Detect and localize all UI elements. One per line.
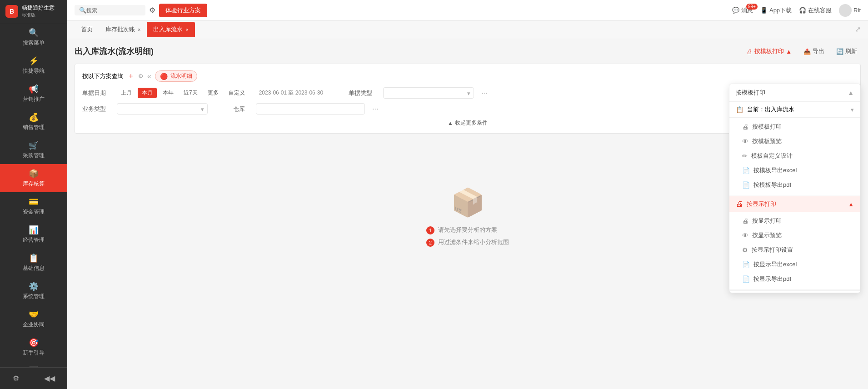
dropdown-current-item[interactable]: 📋 当前：出入库流水 ▾ xyxy=(729,102,860,118)
dropdown-template-print-btn[interactable]: 🖨 按模板打印 xyxy=(729,120,860,134)
sidebar-item-label-finance: 资金管理 xyxy=(23,208,45,216)
dropdown-display-settings-btn[interactable]: ⚙ 按显示打印设置 xyxy=(729,243,860,257)
biz-type-select[interactable] xyxy=(117,103,208,115)
tab-expand-icon[interactable]: ⤢ xyxy=(855,25,861,34)
trial-industry-button[interactable]: 体验行业方案 xyxy=(159,4,207,17)
dropdown-display-preview-btn[interactable]: 👁 按显示预览 xyxy=(729,228,860,243)
chevron-up-icon: ▲ xyxy=(786,48,792,55)
message-icon: 💬 xyxy=(732,7,739,14)
sidebar-item-inventory[interactable]: 📦 库存核算 xyxy=(0,164,67,192)
dropdown-header: 按模板打印 ▲ xyxy=(729,84,860,102)
dropdown-display-section-header[interactable]: 🖨 按显示打印 ▲ xyxy=(729,196,860,212)
empty-state-icon: 📦 xyxy=(451,186,485,219)
warehouse-more-btn[interactable]: ··· xyxy=(372,105,378,113)
sidebar-item-system[interactable]: ⚙️ 系统管理 xyxy=(0,277,67,305)
filter-chip[interactable]: 🔴 流水明细 xyxy=(155,70,197,82)
excel-icon: 📄 xyxy=(742,167,750,174)
sidebar-item-purchase[interactable]: 🛒 采购管理 xyxy=(0,136,67,164)
date-btn-week[interactable]: 近7天 xyxy=(180,88,202,98)
filter-setting-btn[interactable]: ⚙ xyxy=(138,73,144,80)
sidebar-item-label-purchase: 采购管理 xyxy=(23,152,45,160)
sidebar-collapse-btn[interactable]: ◀◀ xyxy=(40,372,59,384)
tab-label-home: 首页 xyxy=(81,25,93,34)
sidebar-settings-btn[interactable]: ⚙ xyxy=(9,372,23,384)
basics-icon: 📋 xyxy=(29,253,39,263)
refresh-action-btn[interactable]: 🔄 刷新 xyxy=(833,45,861,57)
dropdown-template-preview-btn[interactable]: 👁 按模板预览 xyxy=(729,134,860,149)
topbar-right-section: 💬 消息 99+ 📱 App下载 🎧 在线客服 Rit xyxy=(732,4,861,17)
dropdown-display-print-btn[interactable]: 🖨 按显示打印 xyxy=(729,214,860,228)
date-btn-more[interactable]: 更多 xyxy=(204,88,223,98)
empty-steps-list: 1 请先选择要分析的方案 2 用过滤条件来缩小分析范围 xyxy=(426,226,509,250)
app-logo-icon: B xyxy=(5,5,18,18)
warehouse-input[interactable] xyxy=(256,103,365,115)
dropdown-template-pdf-btn[interactable]: 📄 按模板导出pdf xyxy=(729,178,860,192)
quicknav-icon: ⚡ xyxy=(29,56,39,66)
warehouse-label: 仓库 xyxy=(233,105,245,113)
date-btn-year[interactable]: 本年 xyxy=(159,88,178,98)
sidebar-item-operations[interactable]: 📊 经营管理 xyxy=(0,220,67,249)
dropdown-current-arrow: ▾ xyxy=(851,106,854,113)
date-btn-custom[interactable]: 自定义 xyxy=(224,88,249,98)
search-icon: 🔍 xyxy=(29,28,39,38)
sidebar-item-basics[interactable]: 📋 基础信息 xyxy=(0,249,67,277)
display-pdf-icon: 📄 xyxy=(742,275,750,283)
doc-type-label: 单据类型 xyxy=(349,89,372,97)
biz-type-select-wrap xyxy=(117,103,208,115)
sidebar-item-label-marketing: 营销推广 xyxy=(23,95,45,103)
display-preview-icon: 👁 xyxy=(742,232,748,239)
date-btn-prev[interactable]: 上月 xyxy=(117,88,136,98)
topbar-app-download-btn[interactable]: 📱 App下载 xyxy=(760,6,792,15)
doc-type-more-btn[interactable]: ··· xyxy=(481,89,487,97)
dropdown-display-pdf-btn[interactable]: 📄 按显示导出pdf xyxy=(729,272,860,286)
export-action-btn[interactable]: 📤 导出 xyxy=(800,45,828,57)
search-input[interactable] xyxy=(86,7,141,14)
dropdown-set-default-btn[interactable]: ⚙ 设置默认功能 ▾ xyxy=(729,290,860,293)
doc-type-select[interactable] xyxy=(383,87,474,99)
sidebar-item-search[interactable]: 🔍 搜索菜单 xyxy=(0,23,67,51)
sidebar-item-label-basics: 基础信息 xyxy=(23,264,45,272)
filter-add-btn[interactable]: ＋ xyxy=(127,71,135,81)
tab-batch[interactable]: 库存批次账× xyxy=(99,22,147,37)
preview-icon: 👁 xyxy=(742,138,748,145)
dropdown-template-excel-btn[interactable]: 📄 按模板导出excel xyxy=(729,163,860,178)
doc-type-select-wrap xyxy=(383,87,474,99)
newbie-icon: 🎯 xyxy=(29,338,39,348)
sidebar-item-corp[interactable]: 🤝 企业协同 xyxy=(0,305,67,333)
topbar-search-box[interactable]: 🔍 xyxy=(75,5,145,15)
filter-collapse-left-btn[interactable]: « xyxy=(147,72,151,80)
dropdown-template-custom-btn[interactable]: ✏ 模板自定义设计 xyxy=(729,149,860,163)
topbar-online-service-btn[interactable]: 🎧 在线客服 xyxy=(799,6,832,15)
print-icon: 🖨 xyxy=(742,123,748,130)
sidebar-item-quicknav[interactable]: ⚡ 快捷导航 xyxy=(0,51,67,80)
topbar-gear-icon[interactable]: ⚙ xyxy=(149,6,155,15)
date-btn-cur[interactable]: 本月 xyxy=(138,88,157,98)
sidebar-item-sales[interactable]: 💰 销售管理 xyxy=(0,108,67,136)
user-name: Rit xyxy=(853,7,861,14)
tab-home[interactable]: 首页 xyxy=(75,22,99,37)
tab-label-batch: 库存批次账 xyxy=(105,25,135,34)
dropdown-title: 按模板打印 xyxy=(736,89,765,97)
sidebar-item-marketing[interactable]: 📢 营销推广 xyxy=(0,80,67,108)
topbar-user-area[interactable]: Rit xyxy=(839,4,861,17)
dropdown-display-excel-btn[interactable]: 📄 按显示导出excel xyxy=(729,257,860,272)
tab-close-batch[interactable]: × xyxy=(138,27,140,32)
dropdown-display-section-label: 按显示打印 xyxy=(747,200,776,208)
sidebar-item-label-quicknav: 快捷导航 xyxy=(23,67,45,75)
sidebar-item-label-search: 搜索菜单 xyxy=(23,39,45,47)
sidebar-item-appcenter[interactable]: 🔲 应用中心 xyxy=(0,361,67,367)
biz-type-label: 业务类型 xyxy=(82,105,106,113)
template-print-action-btn[interactable]: 🖨 按模板打印 ▲ xyxy=(743,45,795,57)
tab-flow[interactable]: 出入库流水× xyxy=(147,22,195,37)
topbar-message-btn[interactable]: 💬 消息 99+ xyxy=(732,6,753,15)
filter-title-text: 按以下方案查询 xyxy=(82,72,124,80)
sidebar-item-label-operations: 经营管理 xyxy=(23,236,45,244)
sidebar-item-finance[interactable]: 💳 资金管理 xyxy=(0,192,67,220)
tab-close-flow[interactable]: × xyxy=(185,27,188,32)
sidebar-item-newbie[interactable]: 🎯 新手引导 xyxy=(0,333,67,361)
app-logo-text: 畅捷通好生意 标准版 xyxy=(22,5,55,18)
user-avatar xyxy=(839,4,852,17)
dropdown-scroll-up-btn[interactable]: ▲ xyxy=(848,89,854,96)
corp-icon: 🤝 xyxy=(29,309,39,319)
page-title-bar: 出入库流水(流水明细) 🖨 按模板打印 ▲ 📤 导出 🔄 刷新 xyxy=(75,45,861,57)
